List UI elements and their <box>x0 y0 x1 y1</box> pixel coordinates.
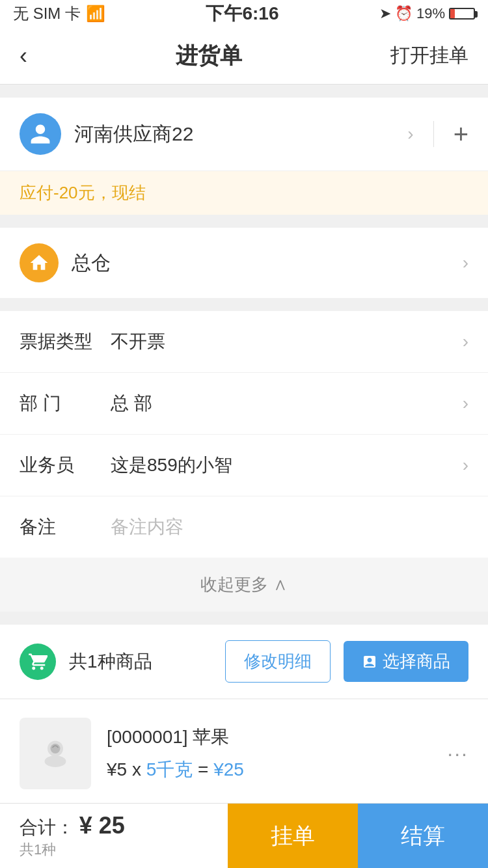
battery-icon <box>449 8 475 20</box>
home-icon <box>29 252 49 273</box>
product-placeholder-icon <box>36 734 75 773</box>
time-label: 下午6:16 <box>206 1 278 26</box>
product-thumbnail <box>20 718 91 789</box>
warehouse-name: 总仓 <box>72 250 463 277</box>
remark-input[interactable]: 备注内容 <box>98 515 468 539</box>
price-unit: ¥5 <box>107 759 127 780</box>
department-value: 总 部 <box>98 391 463 416</box>
form-row-salesperson[interactable]: 业务员 这是859的小智 › <box>0 435 488 496</box>
invoice-chevron-icon: › <box>463 331 468 352</box>
warehouse-row[interactable]: 总仓 › <box>0 228 488 298</box>
supplier-chevron-icon: › <box>407 124 413 144</box>
invoice-label: 票据类型 <box>20 329 98 354</box>
svg-point-1 <box>45 755 66 767</box>
product-header: 共1种商品 修改明细 选择商品 <box>0 625 488 698</box>
multiply-symbol: x <box>132 759 146 780</box>
quantity-value: 5千克 <box>146 759 193 780</box>
hold-button[interactable]: 挂单 <box>228 804 358 869</box>
form-row-department[interactable]: 部 门 总 部 › <box>0 373 488 435</box>
alarm-icon: ⏰ <box>395 5 413 22</box>
divider-1 <box>0 85 488 98</box>
supplier-vertical-divider <box>433 121 434 147</box>
product-count-label: 共1种商品 <box>69 649 212 674</box>
checkout-button[interactable]: 结算 <box>358 804 488 869</box>
total-count: 共1种 <box>20 840 208 860</box>
department-chevron-icon: › <box>463 393 468 414</box>
back-button[interactable]: ‹ <box>20 42 27 70</box>
footer-total: 合计： ¥ 25 共1种 <box>0 812 228 860</box>
status-right: ➤ ⏰ 19% <box>379 5 475 22</box>
form-section: 票据类型 不开票 › 部 门 总 部 › 业务员 这是859的小智 › 备注 备… <box>0 311 488 558</box>
product-info: [0000001] 苹果 ¥5 x 5千克 = ¥25 <box>107 725 431 782</box>
salesperson-label: 业务员 <box>20 453 98 478</box>
salesperson-value: 这是859的小智 <box>98 453 463 478</box>
warehouse-chevron-icon: › <box>463 252 468 273</box>
supplier-section: 河南供应商22 › + 应付-20元，现结 <box>0 98 488 215</box>
edit-detail-button[interactable]: 修改明细 <box>225 640 331 683</box>
equals-symbol: = <box>198 759 213 780</box>
status-left: 无 SIM 卡 📶 <box>13 3 105 24</box>
cart-icon <box>28 652 47 671</box>
department-label: 部 门 <box>20 391 98 416</box>
form-row-invoice[interactable]: 票据类型 不开票 › <box>0 311 488 373</box>
select-product-button[interactable]: 选择商品 <box>344 641 468 682</box>
invoice-value: 不开票 <box>98 329 463 354</box>
product-icon <box>20 644 56 680</box>
total-amount: ¥ 25 <box>79 812 125 839</box>
footer: 合计： ¥ 25 共1种 挂单 结算 <box>0 803 488 868</box>
product-name: [0000001] 苹果 <box>107 725 431 750</box>
status-bar: 无 SIM 卡 📶 下午6:16 ➤ ⏰ 19% <box>0 0 488 27</box>
supplier-row[interactable]: 河南供应商22 › + <box>0 98 488 171</box>
product-price: ¥5 x 5千克 = ¥25 <box>107 757 431 782</box>
open-hold-button[interactable]: 打开挂单 <box>390 42 468 69</box>
form-row-remark[interactable]: 备注 备注内容 <box>0 496 488 558</box>
add-supplier-button[interactable]: + <box>454 120 468 149</box>
person-icon <box>29 122 52 146</box>
supplier-avatar <box>20 113 61 155</box>
divider-3 <box>0 612 488 625</box>
total-label: 合计： <box>20 817 74 837</box>
carrier-label: 无 SIM 卡 <box>13 3 81 24</box>
location-icon: ➤ <box>379 5 391 22</box>
select-product-label: 选择商品 <box>383 650 450 673</box>
more-button[interactable]: ··· <box>447 742 468 766</box>
product-item: [0000001] 苹果 ¥5 x 5千克 = ¥25 ··· <box>0 699 488 807</box>
remark-label: 备注 <box>20 515 98 539</box>
page-title: 进货单 <box>176 41 242 71</box>
nav-bar: ‹ 进货单 打开挂单 <box>0 27 488 85</box>
warehouse-section: 总仓 › <box>0 228 488 298</box>
collapse-bar[interactable]: 收起更多 ∧ <box>0 558 488 612</box>
select-product-icon <box>362 654 377 670</box>
supplier-name: 河南供应商22 <box>74 121 407 148</box>
battery-percentage: 19% <box>416 5 445 22</box>
divider-2 <box>0 215 488 228</box>
notice-bar: 应付-20元，现结 <box>0 171 488 215</box>
wifi-icon: 📶 <box>86 5 105 23</box>
total-price: ¥25 <box>213 759 244 780</box>
warehouse-icon <box>20 243 59 282</box>
salesperson-chevron-icon: › <box>463 455 468 476</box>
